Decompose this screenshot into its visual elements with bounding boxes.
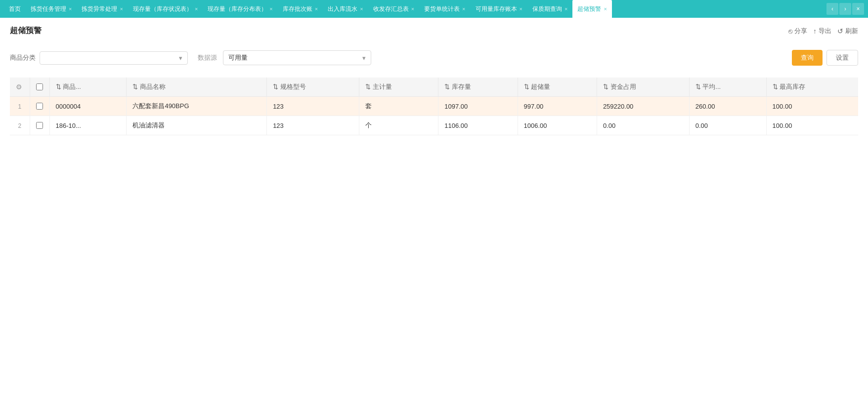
- page-title: 超储预警: [10, 26, 42, 36]
- row-index: 2: [18, 122, 21, 129]
- row-over-stock: 997.00: [518, 97, 597, 116]
- row-product-code: 0000004: [49, 97, 127, 116]
- close-icon[interactable]: ×: [411, 6, 414, 12]
- nav-item-home[interactable]: 首页: [4, 0, 26, 18]
- row-unit: 个: [359, 116, 438, 135]
- row-spec: 123: [267, 97, 359, 116]
- row-index: 1: [18, 103, 21, 110]
- close-icon[interactable]: ×: [520, 6, 522, 12]
- data-source-value: 可用量: [228, 53, 248, 62]
- refresh-icon: ↺: [837, 27, 843, 35]
- row-max-stock: 100.00: [766, 97, 858, 116]
- row-unit: 套: [359, 97, 438, 116]
- col-header-capital[interactable]: ⇅ 资金占用: [597, 78, 689, 97]
- product-category-select[interactable]: ▾: [40, 51, 188, 65]
- nav-item-batch[interactable]: 库存批次账 ×: [278, 0, 323, 18]
- page-header: 超储预警 ⎋ 分享 ↑ 导出 ↺ 刷新: [10, 26, 858, 36]
- nav-arrow-right[interactable]: ›: [839, 3, 851, 15]
- top-navigation: 首页 拣货任务管理 × 拣货异常处理 × 现存量（库存状况表） × 现存量（库存…: [0, 0, 868, 18]
- nav-item-inventory-dist[interactable]: 现存量（库存分布表） ×: [203, 0, 277, 18]
- col-header-spec[interactable]: ⇅ 规格型号: [267, 78, 359, 97]
- header-actions: ⎋ 分享 ↑ 导出 ↺ 刷新: [788, 27, 858, 36]
- chevron-down-icon: ▾: [362, 54, 366, 62]
- settings-button[interactable]: 设置: [826, 50, 858, 66]
- row-stock: 1106.00: [438, 116, 518, 135]
- close-icon[interactable]: ×: [360, 6, 363, 12]
- close-icon[interactable]: ×: [195, 6, 198, 12]
- col-header-checkbox[interactable]: [30, 78, 49, 97]
- nav-item-exception[interactable]: 拣货异常处理 ×: [77, 0, 128, 18]
- row-stock: 1097.00: [438, 97, 518, 116]
- gear-icon[interactable]: ⚙: [16, 83, 22, 91]
- refresh-action[interactable]: ↺ 刷新: [837, 27, 858, 36]
- product-category-label: 商品分类: [10, 53, 36, 62]
- close-icon[interactable]: ×: [604, 6, 607, 12]
- col-header-stock[interactable]: ⇅ 库存量: [438, 78, 518, 97]
- table-row: 1 0000004 六配套新昌490BPG 123 套 1097.00 997.…: [10, 97, 858, 116]
- row-settings-cell: 2: [10, 116, 30, 135]
- share-icon: ⎋: [788, 27, 792, 35]
- row-product-name: 六配套新昌490BPG: [127, 97, 267, 116]
- close-icon[interactable]: ×: [462, 6, 465, 12]
- data-source-label: 数据源: [198, 53, 217, 62]
- filter-actions: 查询 设置: [792, 50, 858, 66]
- row-checkbox-cell[interactable]: [30, 97, 49, 116]
- col-header-product-code[interactable]: ⇅ 商品...: [49, 78, 127, 97]
- table-row: 2 186-10... 机油滤清器 123 个 1106.00 1006.00 …: [10, 116, 858, 135]
- data-source-filter: 数据源 可用量 ▾: [198, 50, 371, 65]
- nav-item-order-stats[interactable]: 要货单统计表 ×: [419, 0, 470, 18]
- nav-item-available-stock[interactable]: 可用量库存账本 ×: [471, 0, 527, 18]
- table-header-row: ⚙ ⇅ 商品... ⇅ 商品名称 ⇅ 规格型号 ⇅ 主计量: [10, 78, 858, 97]
- chevron-down-icon: ▾: [179, 54, 182, 62]
- row-capital: 0.00: [597, 116, 689, 135]
- row-product-name: 机油滤清器: [127, 116, 267, 135]
- product-category-filter: 商品分类 ▾: [10, 51, 188, 65]
- row-capital: 259220.00: [597, 97, 689, 116]
- share-action[interactable]: ⎋ 分享: [788, 27, 807, 36]
- close-icon[interactable]: ×: [120, 6, 123, 12]
- row-max-stock: 100.00: [766, 116, 858, 135]
- main-content: 超储预警 ⎋ 分享 ↑ 导出 ↺ 刷新 商品分类 ▾ 数据源: [0, 18, 868, 395]
- row-product-code: 186-10...: [49, 116, 127, 135]
- row-spec: 123: [267, 116, 359, 135]
- close-icon[interactable]: ×: [315, 6, 318, 12]
- row-checkbox[interactable]: [36, 122, 43, 129]
- data-source-select[interactable]: 可用量 ▾: [223, 50, 371, 65]
- row-avg: 0.00: [689, 116, 766, 135]
- nav-item-inout-flow[interactable]: 出入库流水 ×: [323, 0, 368, 18]
- col-header-max-stock[interactable]: ⇅ 最高库存: [766, 78, 858, 97]
- row-checkbox-cell[interactable]: [30, 116, 49, 135]
- row-over-stock: 1006.00: [518, 116, 597, 135]
- nav-arrow-left[interactable]: ‹: [826, 3, 838, 15]
- nav-item-inventory-status[interactable]: 现存量（库存状况表） ×: [128, 0, 203, 18]
- nav-arrows: ‹ › ×: [825, 3, 864, 15]
- export-icon: ↑: [813, 27, 817, 35]
- query-button[interactable]: 查询: [792, 50, 823, 66]
- col-header-unit[interactable]: ⇅ 主计量: [359, 78, 438, 97]
- close-icon[interactable]: ×: [564, 6, 567, 12]
- nav-item-expiry[interactable]: 保质期查询 ×: [527, 0, 572, 18]
- row-avg: 260.00: [689, 97, 766, 116]
- filter-row: 商品分类 ▾ 数据源 可用量 ▾ 查询 设置: [10, 44, 858, 72]
- row-checkbox[interactable]: [36, 103, 43, 110]
- row-settings-cell: 1: [10, 97, 30, 116]
- col-header-settings[interactable]: ⚙: [10, 78, 30, 97]
- close-icon[interactable]: ×: [69, 6, 72, 12]
- export-action[interactable]: ↑ 导出: [813, 27, 831, 36]
- nav-item-task-mgmt[interactable]: 拣货任务管理 ×: [26, 0, 77, 18]
- nav-item-overstock[interactable]: 超储预警 ×: [572, 0, 611, 18]
- data-table: ⚙ ⇅ 商品... ⇅ 商品名称 ⇅ 规格型号 ⇅ 主计量: [10, 78, 858, 135]
- close-icon[interactable]: ×: [269, 6, 272, 12]
- col-header-avg[interactable]: ⇅ 平均...: [689, 78, 766, 97]
- nav-item-summary[interactable]: 收发存汇总表 ×: [368, 0, 419, 18]
- nav-arrow-close[interactable]: ×: [852, 3, 864, 15]
- col-header-over-stock[interactable]: ⇅ 超储量: [518, 78, 597, 97]
- select-all-checkbox[interactable]: [36, 83, 43, 90]
- col-header-product-name[interactable]: ⇅ 商品名称: [127, 78, 267, 97]
